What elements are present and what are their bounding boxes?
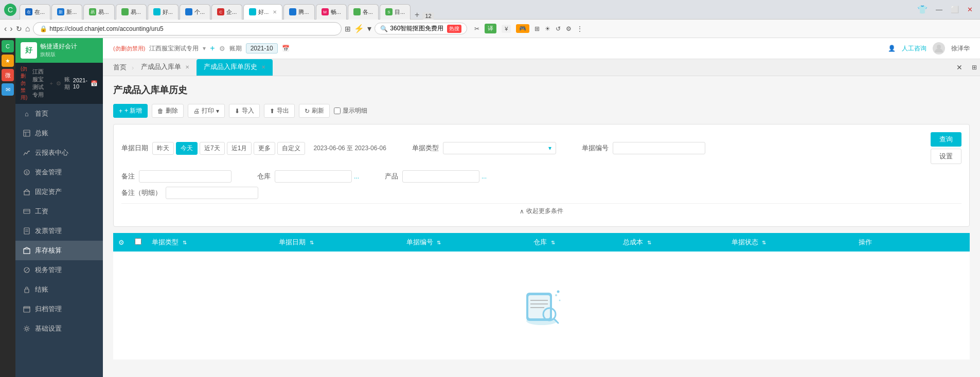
sidebar-item-inventory[interactable]: 库存核算 [15,241,103,260]
remark-detail-input[interactable] [166,187,258,199]
scissors-icon[interactable]: ✂ [474,25,479,32]
tab-history[interactable]: 产成品入库单历史 ✕ [197,59,273,76]
grid-icon[interactable]: ⊞ [534,25,540,32]
sidebar-item-archive[interactable]: 归档管理 [15,299,103,319]
search-bar[interactable]: 🔍 360智能抠图免费用 热搜 [375,23,467,34]
import-button[interactable]: ⬇ 导入 [229,104,260,118]
dropdown-button[interactable]: ▾ [367,24,371,33]
col-total-cost-header[interactable]: 总成本 ⇅ [618,233,726,252]
breadcrumb-home[interactable]: 首页 [108,60,132,75]
sidebar-item-tax[interactable]: 税务管理 [15,260,103,280]
sidebar-item-ledger[interactable]: 总账 [15,123,103,143]
app-icon-weibo[interactable]: 微 [2,69,14,81]
browser-tab-12[interactable]: S 目... [380,4,411,20]
yuan-icon[interactable]: ¥ [502,25,511,33]
browser-tab-10[interactable]: M 畅... [316,4,347,20]
header-dropdown-icon[interactable]: ▾ [203,45,206,52]
forward-button[interactable]: › [10,24,12,33]
shirt-button[interactable]: 👕 [914,4,931,15]
app-icon-star[interactable]: ★ [2,55,14,67]
sidebar-item-finance[interactable]: $ 资金管理 [15,163,103,182]
app-icon-mail[interactable]: ✉ [2,83,14,96]
tab-history-close[interactable]: ✕ [261,64,265,70]
game-icon[interactable]: 🎮 [516,24,529,33]
warehouse-more[interactable]: ... [354,173,359,180]
show-detail-input[interactable] [334,107,341,114]
browser-tab-5[interactable]: 好... [148,4,179,20]
col-warehouse-header[interactable]: 仓库 ⇅ [528,233,618,252]
export-button[interactable]: ⬆ 导出 [264,104,295,118]
address-input[interactable]: 🔒 https://cloud.chanjet.com/accounting/u… [33,22,342,35]
refresh-nav-button[interactable]: ↻ [16,25,22,33]
col-settings-header[interactable]: ⚙ [113,233,130,252]
browser-tab-9[interactable]: 腾... [283,4,314,20]
date-btn-1month[interactable]: 近1月 [227,142,252,155]
plus-icon[interactable]: + [49,80,52,86]
period-calendar-icon[interactable]: 📅 [282,45,290,52]
browser-tab-3[interactable]: 易 易... [83,4,114,20]
product-input[interactable] [402,170,479,183]
delete-button[interactable]: 🗑 删除 [152,104,184,118]
panel-expand-button[interactable]: ⊞ [969,64,980,71]
tab-list-close[interactable]: ✕ [185,64,189,70]
date-btn-yesterday[interactable]: 昨天 [152,142,174,155]
select-all-checkbox[interactable] [135,238,141,245]
header-add-button[interactable]: + [210,44,215,53]
remark-input[interactable] [139,170,231,183]
date-btn-today[interactable]: 今天 [176,142,198,155]
minimize-button[interactable]: — [933,4,946,15]
human-service-label[interactable]: 人工咨询 [902,44,926,53]
browser-tab-8[interactable]: 好... ✕ [243,4,282,20]
settings-icon[interactable]: ⚙ [566,25,572,32]
date-btn-more[interactable]: 更多 [254,142,275,155]
print-button[interactable]: 🖨 打印 ▾ [188,104,225,118]
col-doc-date-header[interactable]: 单据日期 ⇅ [274,233,401,252]
menu-icon[interactable]: ⋮ [577,25,583,32]
refresh-button[interactable]: ↻ 刷新 [299,104,330,118]
doc-no-input[interactable] [613,142,705,154]
translate-icon[interactable]: 译 [485,24,496,33]
sidebar-item-invoice[interactable]: 发票管理 [15,221,103,241]
close-button[interactable]: ✕ [964,4,976,15]
search-settings-button[interactable]: 设置 [931,149,961,164]
browser-tab-11[interactable]: 各... [348,4,379,20]
extensions-button[interactable]: ⊞ [345,25,351,33]
tab-list[interactable]: 产成品入库单 ✕ [134,59,197,76]
warehouse-input[interactable] [275,170,352,183]
browser-tab-4[interactable]: 易... [116,4,147,20]
col-doc-type-header[interactable]: 单据类型 ⇅ [147,233,274,252]
sidebar-item-settings[interactable]: 基础设置 [15,319,103,338]
sidebar-item-closing[interactable]: 结账 [15,280,103,299]
browser-tab-7[interactable]: C 企... [211,4,242,20]
settings-small-icon[interactable]: ⚙ [56,80,61,87]
add-button[interactable]: + + 新增 [113,104,148,118]
col-doc-status-header[interactable]: 单据状态 ⇅ [726,233,853,252]
product-more[interactable]: ... [482,173,487,180]
panel-close-button[interactable]: ✕ [950,63,969,71]
collapse-button[interactable]: ∧ 收起更多条件 [121,203,961,219]
doc-type-select[interactable]: ▾ [443,142,556,154]
tab-close-8[interactable]: ✕ [273,9,277,15]
browser-tab-2[interactable]: 新 新... [51,4,82,20]
back-button[interactable]: ‹ [4,24,7,33]
col-doc-no-header[interactable]: 单据编号 ⇅ [401,233,528,252]
query-button[interactable]: 查询 [931,132,961,147]
lightning-button[interactable]: ⚡ [354,24,364,33]
browser-tab-1[interactable]: 在 在... [20,4,50,20]
col-checkbox-header[interactable] [130,233,147,252]
new-tab-button[interactable]: + [412,10,422,20]
sync-icon[interactable]: ↺ [556,25,561,32]
restore-button[interactable]: ⬜ [948,4,962,15]
header-settings-button[interactable]: ⚙ [219,45,225,52]
sidebar-item-home[interactable]: ⌂ 首页 [15,104,103,123]
show-detail-checkbox[interactable]: 显示明细 [334,106,367,115]
browser-tab-6[interactable]: 个... [180,4,210,20]
sun-icon[interactable]: ☀ [545,25,550,32]
sidebar-item-salary[interactable]: 工资 [15,202,103,221]
date-btn-7days[interactable]: 近7天 [200,142,225,155]
sidebar-item-report[interactable]: 云报表中心 [15,143,103,163]
home-button[interactable]: ⌂ [25,24,30,33]
calendar-icon[interactable]: 📅 [91,80,98,87]
date-btn-custom[interactable]: 自定义 [277,142,305,155]
app-icon-chanjet[interactable]: C [2,40,14,52]
